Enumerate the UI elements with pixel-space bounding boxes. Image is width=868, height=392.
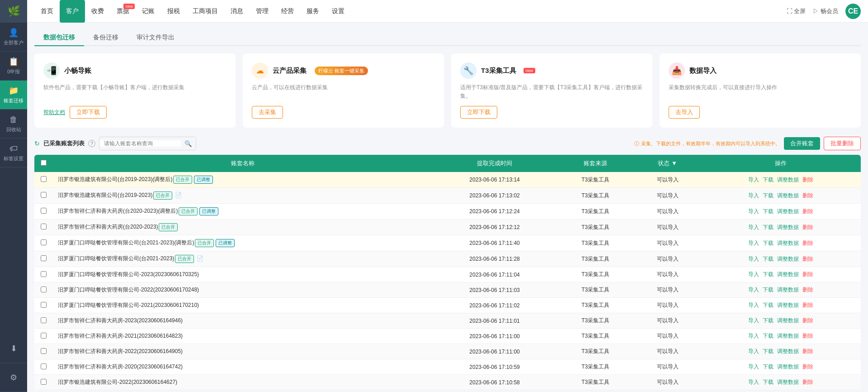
nav-settings-top[interactable]: 设置 — [326, 0, 351, 23]
help-doc-link-1[interactable]: 帮助文档 — [43, 109, 65, 116]
nav-home[interactable]: 首页 — [34, 0, 60, 23]
nav-business[interactable]: 工商项目 — [186, 0, 224, 23]
row-checkbox[interactable] — [41, 379, 47, 385]
action-删除[interactable]: 删除 — [801, 240, 815, 246]
action-导入[interactable]: 导入 — [746, 271, 761, 277]
action-删除[interactable]: 删除 — [801, 224, 815, 230]
action-调整数据[interactable]: 调整数据 — [775, 363, 801, 370]
col-status-header[interactable]: 状态 ▼ — [635, 155, 700, 172]
action-调整数据[interactable]: 调整数据 — [775, 302, 801, 308]
action-下载[interactable]: 下载 — [761, 363, 775, 370]
action-删除[interactable]: 删除 — [801, 333, 815, 339]
info-icon[interactable]: ? — [88, 140, 95, 147]
nav-operations[interactable]: 经营 — [275, 0, 300, 23]
merge-account-btn[interactable]: 合并账套 — [784, 137, 820, 150]
action-导入[interactable]: 导入 — [746, 208, 761, 215]
row-checkbox[interactable] — [41, 348, 47, 354]
action-导入[interactable]: 导入 — [746, 348, 761, 354]
action-删除[interactable]: 删除 — [801, 177, 815, 183]
action-下载[interactable]: 下载 — [761, 256, 775, 262]
refresh-icon[interactable]: ↻ — [34, 140, 40, 147]
action-调整数据[interactable]: 调整数据 — [775, 240, 801, 246]
row-checkbox[interactable] — [41, 176, 47, 182]
nav-manage[interactable]: 管理 — [250, 0, 275, 23]
row-checkbox[interactable] — [41, 255, 47, 261]
action-调整数据[interactable]: 调整数据 — [775, 192, 801, 199]
action-下载[interactable]: 下载 — [761, 287, 775, 293]
action-下载[interactable]: 下载 — [761, 224, 775, 230]
row-checkbox[interactable] — [41, 208, 47, 214]
action-删除[interactable]: 删除 — [801, 256, 815, 262]
row-checkbox[interactable] — [41, 239, 47, 245]
nav-tax[interactable]: 报税 — [161, 0, 186, 23]
tab-audit-export[interactable]: 审计文件导出 — [127, 30, 184, 46]
sidebar-item-settings[interactable]: ⚙ — [0, 363, 27, 392]
nav-bookkeeping[interactable]: 记账 — [136, 0, 161, 23]
sidebar-item-zero-declare[interactable]: 📋 0申报 — [0, 52, 27, 81]
row-checkbox[interactable] — [41, 224, 47, 229]
sidebar-item-account-migrate[interactable]: 📁 账套迁移 — [0, 81, 27, 110]
action-调整数据[interactable]: 调整数据 — [775, 177, 801, 183]
action-调整数据[interactable]: 调整数据 — [775, 256, 801, 262]
row-checkbox[interactable] — [41, 333, 47, 339]
nav-invoices[interactable]: 票据 new — [110, 0, 136, 23]
action-导入[interactable]: 导入 — [746, 224, 761, 230]
collect-btn-2[interactable]: 去采集 — [252, 106, 283, 119]
download-btn-3[interactable]: 立即下载 — [460, 106, 497, 119]
action-调整数据[interactable]: 调整数据 — [775, 287, 801, 293]
sidebar-item-tags[interactable]: 🏷 标签设置 — [0, 139, 27, 167]
action-删除[interactable]: 删除 — [801, 363, 815, 370]
action-调整数据[interactable]: 调整数据 — [775, 224, 801, 230]
action-下载[interactable]: 下载 — [761, 333, 775, 339]
action-删除[interactable]: 删除 — [801, 379, 815, 385]
action-下载[interactable]: 下载 — [761, 379, 775, 385]
nav-fees[interactable]: 收费 — [85, 0, 110, 23]
fullscreen-btn[interactable]: ⛶ 全屏 — [787, 7, 806, 15]
action-调整数据[interactable]: 调整数据 — [775, 317, 801, 324]
action-导入[interactable]: 导入 — [746, 302, 761, 308]
action-导入[interactable]: 导入 — [746, 317, 761, 324]
row-checkbox[interactable] — [41, 363, 47, 369]
action-导入[interactable]: 导入 — [746, 379, 761, 385]
search-input[interactable] — [99, 140, 181, 147]
batch-delete-btn[interactable]: 批量删除 — [824, 137, 861, 150]
action-删除[interactable]: 删除 — [801, 271, 815, 277]
tab-data-migrate[interactable]: 数据包迁移 — [34, 30, 84, 46]
action-删除[interactable]: 删除 — [801, 208, 815, 215]
row-checkbox[interactable] — [41, 317, 47, 323]
action-导入[interactable]: 导入 — [746, 177, 761, 183]
import-btn-4[interactable]: 去导入 — [669, 106, 700, 119]
action-调整数据[interactable]: 调整数据 — [775, 379, 801, 385]
action-调整数据[interactable]: 调整数据 — [775, 208, 801, 215]
select-all-checkbox[interactable] — [41, 160, 47, 166]
action-调整数据[interactable]: 调整数据 — [775, 271, 801, 277]
action-下载[interactable]: 下载 — [761, 317, 775, 324]
sidebar-item-download[interactable]: ⬇ — [0, 334, 27, 363]
action-下载[interactable]: 下载 — [761, 302, 775, 308]
action-导入[interactable]: 导入 — [746, 240, 761, 246]
nav-service[interactable]: 服务 — [300, 0, 326, 23]
action-删除[interactable]: 删除 — [801, 302, 815, 308]
action-调整数据[interactable]: 调整数据 — [775, 348, 801, 354]
member-btn[interactable]: ▷ 畅会员 — [813, 7, 838, 15]
action-导入[interactable]: 导入 — [746, 333, 761, 339]
action-调整数据[interactable]: 调整数据 — [775, 333, 801, 339]
action-删除[interactable]: 删除 — [801, 287, 815, 293]
sidebar-item-all-clients[interactable]: 👤 全部客户 — [0, 23, 27, 52]
nav-clients[interactable]: 客户 — [60, 0, 85, 23]
row-checkbox[interactable] — [41, 192, 47, 198]
action-下载[interactable]: 下载 — [761, 271, 775, 277]
row-checkbox[interactable] — [41, 271, 47, 277]
action-导入[interactable]: 导入 — [746, 256, 761, 262]
download-btn-1[interactable]: 立即下载 — [70, 106, 107, 119]
row-checkbox[interactable] — [41, 287, 47, 292]
action-下载[interactable]: 下载 — [761, 240, 775, 246]
search-button[interactable]: 🔍 — [181, 137, 196, 150]
action-删除[interactable]: 删除 — [801, 317, 815, 324]
tab-backup-migrate[interactable]: 备份迁移 — [84, 30, 127, 46]
action-删除[interactable]: 删除 — [801, 348, 815, 354]
sidebar-item-recycle[interactable]: 🗑 回收站 — [0, 110, 27, 139]
action-导入[interactable]: 导入 — [746, 363, 761, 370]
action-下载[interactable]: 下载 — [761, 208, 775, 215]
action-删除[interactable]: 删除 — [801, 192, 815, 199]
